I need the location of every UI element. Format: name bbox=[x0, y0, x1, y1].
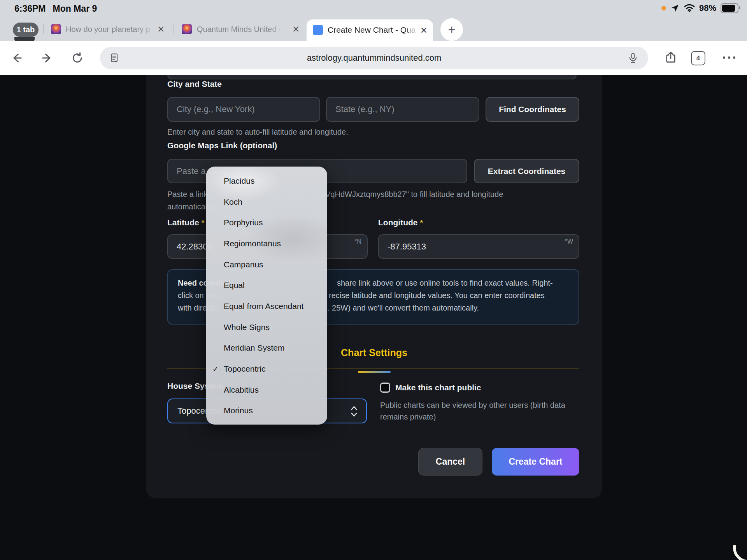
find-coordinates-button[interactable]: Find Coordinates bbox=[486, 97, 579, 122]
page-content: City and State Find Coordinates Enter ci… bbox=[0, 75, 747, 560]
settings-divider-accent bbox=[358, 371, 391, 373]
menu-item-label: Topocentric bbox=[224, 364, 265, 374]
menu-item-porphyrius[interactable]: Porphyrius bbox=[206, 212, 327, 233]
cancel-button[interactable]: Cancel bbox=[418, 448, 482, 476]
menu-item-equal-from-ascendant[interactable]: Equal from Ascendant bbox=[206, 296, 327, 317]
info-line1-right: share link above or use online tools to … bbox=[337, 279, 553, 288]
tab-3-active[interactable]: Create New Chart - Qua ✕ bbox=[307, 19, 433, 41]
tab-divider bbox=[43, 24, 44, 34]
battery-icon bbox=[721, 3, 738, 13]
location-indicator-dot bbox=[661, 6, 666, 11]
url-text: astrology.quantummindsunited.com bbox=[307, 53, 442, 63]
menu-item-label: Meridian System bbox=[224, 343, 284, 353]
menu-item-label: Equal bbox=[224, 281, 245, 290]
required-asterisk: * bbox=[420, 218, 423, 227]
voice-search-icon[interactable] bbox=[627, 52, 639, 64]
truncated-top-field[interactable] bbox=[167, 75, 577, 79]
extract-coordinates-button[interactable]: Extract Coordinates bbox=[474, 159, 579, 183]
status-bar: 6:36PM Mon Mar 9 98% bbox=[0, 0, 747, 17]
menu-item-campanus[interactable]: Campanus bbox=[206, 254, 327, 275]
reader-page-icon[interactable] bbox=[109, 53, 119, 63]
house-system-menu: PlacidusKochPorphyriusRegiomontanusCampa… bbox=[206, 167, 327, 425]
menu-item-label: Whole Signs bbox=[224, 323, 270, 332]
tab-1-close-icon[interactable]: ✕ bbox=[157, 25, 165, 34]
browser-toolbar: astrology.quantummindsunited.com 4 bbox=[0, 41, 747, 75]
status-right: 98% bbox=[661, 3, 738, 13]
menu-item-label: Alcabitius bbox=[224, 385, 259, 395]
state-input[interactable] bbox=[326, 97, 479, 122]
status-date: Mon Mar 9 bbox=[53, 4, 97, 14]
status-time: 6:36PM bbox=[14, 4, 46, 14]
required-asterisk: * bbox=[202, 218, 205, 227]
menu-item-whole-signs[interactable]: Whole Signs bbox=[206, 317, 327, 338]
checkmark-icon: ✓ bbox=[212, 365, 219, 374]
menu-item-meridian-system[interactable]: Meridian System bbox=[206, 338, 327, 359]
address-bar[interactable]: astrology.quantummindsunited.com bbox=[100, 47, 648, 69]
tab-3-close-icon[interactable]: ✕ bbox=[420, 25, 428, 36]
menu-item-placidus[interactable]: Placidus bbox=[206, 170, 327, 191]
longitude-label: Longitude * bbox=[378, 218, 423, 227]
latitude-label: Latitude * bbox=[167, 218, 205, 227]
menu-item-topocentric[interactable]: ✓Topocentric bbox=[206, 358, 327, 379]
ipad-screen: 6:36PM Mon Mar 9 98% 1 tab How do your p… bbox=[0, 0, 747, 560]
share-icon[interactable] bbox=[664, 50, 678, 64]
longitude-input[interactable]: -87.95313 °W bbox=[378, 234, 579, 259]
reload-button[interactable] bbox=[70, 51, 84, 65]
tab-strip: 1 tab How do your planetary p ✕ Quantum … bbox=[0, 17, 747, 41]
gmaps-label: Google Maps Link (optional) bbox=[167, 141, 277, 150]
back-button[interactable] bbox=[10, 51, 24, 65]
city-help-text: Enter city and state to auto-fill latitu… bbox=[167, 128, 348, 137]
new-tab-button[interactable]: + bbox=[440, 18, 463, 41]
forward-button[interactable] bbox=[40, 51, 54, 65]
tab-1-title: How do your planetary p bbox=[66, 25, 154, 34]
menu-item-label: Equal from Ascendant bbox=[224, 302, 303, 311]
longitude-unit: °W bbox=[565, 238, 573, 245]
tab-2-title: Quantum Minds United - bbox=[197, 25, 284, 34]
gmaps-help-right: VqHdWJxztqmys8bb27" to fill latitude and… bbox=[325, 190, 503, 199]
public-chart-checkbox[interactable] bbox=[380, 383, 390, 393]
menu-item-label: Porphyrius bbox=[224, 218, 263, 227]
battery-percent: 98% bbox=[699, 3, 716, 13]
public-help-line1: Public charts can be viewed by other use… bbox=[380, 401, 565, 410]
menu-item-morinus[interactable]: Morinus bbox=[206, 400, 327, 421]
info-line2-right: recise latitude and longitude values. Yo… bbox=[329, 291, 545, 300]
menu-item-label: Regiomontanus bbox=[224, 239, 281, 248]
menu-item-regiomontanus[interactable]: Regiomontanus bbox=[206, 233, 327, 254]
select-chevrons-icon bbox=[350, 405, 358, 418]
public-help-line2: remains private) bbox=[380, 413, 436, 421]
tab-group-pill[interactable]: 1 tab bbox=[13, 23, 39, 37]
menu-item-label: Campanus bbox=[224, 260, 263, 269]
city-state-label: City and State bbox=[167, 79, 222, 89]
tab-divider bbox=[174, 24, 174, 34]
menu-item-label: Placidus bbox=[224, 176, 254, 186]
tab-3-title: Create New Chart - Qua bbox=[328, 25, 418, 35]
public-chart-label: Make this chart public bbox=[395, 383, 481, 392]
tab-switcher-button[interactable]: 4 bbox=[691, 51, 705, 65]
info-line3-right: . 25W) and we'll convert them automatica… bbox=[328, 304, 479, 312]
wifi-icon bbox=[684, 4, 695, 12]
menu-item-koch[interactable]: Koch bbox=[206, 191, 327, 212]
location-arrow-icon bbox=[670, 4, 680, 13]
latitude-unit: °N bbox=[354, 238, 361, 245]
gmaps-help-left: Paste a link bbox=[167, 190, 207, 199]
tab-1-favicon bbox=[51, 24, 61, 34]
tab-2-close-icon[interactable]: ✕ bbox=[292, 25, 300, 34]
menu-overflow-icon[interactable] bbox=[723, 56, 735, 59]
create-chart-button[interactable]: Create Chart bbox=[492, 448, 579, 476]
tab-2-favicon bbox=[182, 24, 192, 34]
menu-item-alcabitius[interactable]: Alcabitius bbox=[206, 379, 327, 400]
city-input[interactable] bbox=[167, 97, 320, 122]
menu-item-label: Koch bbox=[224, 197, 242, 207]
menu-item-label: Morinus bbox=[224, 406, 253, 415]
tab-3-favicon bbox=[313, 25, 323, 35]
longitude-value: -87.95313 bbox=[388, 242, 426, 252]
menu-item-equal[interactable]: Equal bbox=[206, 275, 327, 296]
status-left: 6:36PM Mon Mar 9 bbox=[14, 4, 97, 14]
